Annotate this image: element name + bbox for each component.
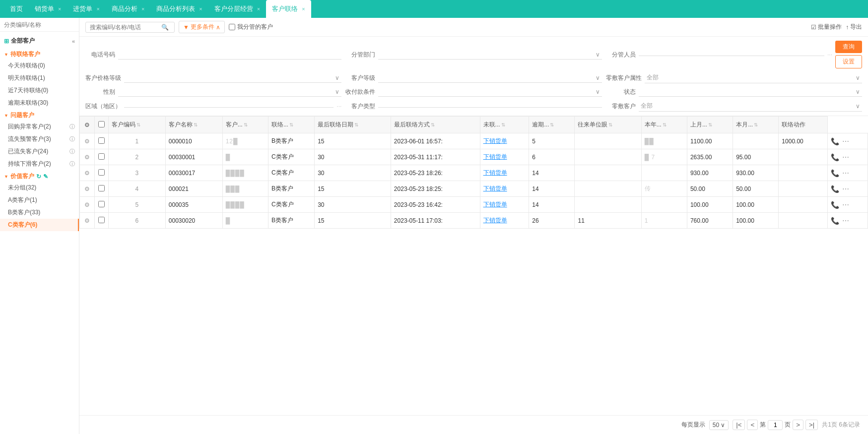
- row-checkbox-0[interactable]: [98, 137, 105, 144]
- retail-select[interactable]: 全部 ∨: [639, 101, 862, 112]
- last-method-link-4[interactable]: 下销货单: [483, 201, 507, 208]
- batch-op-btn[interactable]: ☑ 批量操作: [811, 23, 842, 31]
- payment-select[interactable]: ∨: [378, 87, 601, 97]
- contact-action-more-2[interactable]: ⋯: [842, 169, 849, 177]
- contact-action-phone-1[interactable]: 📞: [831, 153, 839, 161]
- dept-select[interactable]: ∨: [378, 50, 601, 60]
- region-select[interactable]: [124, 105, 334, 108]
- td-checkbox-1[interactable]: [95, 149, 109, 165]
- retail-attr-select[interactable]: 全部 ∨: [645, 72, 862, 83]
- sidebar-item-class-a[interactable]: A类客户(1): [0, 194, 79, 206]
- sort-unit-icon[interactable]: ⇅: [608, 122, 612, 127]
- sort-type-icon[interactable]: ⇅: [244, 122, 248, 127]
- sort-year-icon[interactable]: ⇅: [663, 122, 667, 127]
- close-product-analysis-icon[interactable]: ×: [141, 0, 144, 18]
- last-method-link-3[interactable]: 下销货单: [483, 185, 507, 192]
- sort-last-method-icon[interactable]: ⇅: [431, 122, 435, 127]
- section-title-pending[interactable]: 待联络客户: [0, 48, 79, 60]
- last-method-link-5[interactable]: 下销货单: [483, 217, 507, 224]
- td-last-method-3[interactable]: 下销货单: [480, 181, 529, 197]
- sidebar-item-today[interactable]: 今天待联络(0): [0, 60, 79, 72]
- nav-home[interactable]: 首页: [4, 0, 29, 18]
- select-all-checkbox[interactable]: [98, 121, 105, 127]
- sidebar-item-churned[interactable]: 已流失客户(24) ⓘ: [0, 145, 79, 158]
- contact-action-phone-3[interactable]: 📞: [831, 185, 839, 193]
- refresh-icon[interactable]: ↻: [36, 173, 41, 180]
- td-last-method-4[interactable]: 下销货单: [480, 197, 529, 213]
- filter-search-input[interactable]: [90, 24, 159, 31]
- contact-action-more-4[interactable]: ⋯: [842, 201, 849, 209]
- sidebar-item-7days[interactable]: 近7天待联络(0): [0, 84, 79, 97]
- sidebar-item-repurchase-abnormal[interactable]: 回购异常客户(2) ⓘ: [0, 121, 79, 133]
- sidebar-item-class-c[interactable]: C类客户(6): [0, 219, 79, 231]
- last-page-btn[interactable]: >|: [805, 420, 818, 430]
- close-purchase-order-icon[interactable]: ×: [96, 0, 99, 18]
- next-page-btn[interactable]: >: [793, 420, 803, 430]
- filter-search-icon[interactable]: 🔍: [161, 24, 169, 31]
- nav-product-analysis-list[interactable]: 商品分析列表 ×: [150, 0, 208, 18]
- prev-page-btn[interactable]: <: [747, 420, 758, 430]
- set-btn[interactable]: 设置: [835, 55, 862, 68]
- td-checkbox-5[interactable]: [95, 213, 109, 229]
- page-input[interactable]: [768, 420, 783, 430]
- edit-icon[interactable]: ✎: [43, 173, 48, 180]
- sort-this-month-icon[interactable]: ⇅: [754, 122, 758, 127]
- sort-overdue-icon[interactable]: ⇅: [550, 122, 554, 127]
- td-checkbox-2[interactable]: [95, 165, 109, 181]
- td-last-method-1[interactable]: 下销货单: [480, 149, 529, 165]
- export-btn[interactable]: ↑ 导出: [846, 23, 862, 31]
- my-customers-checkbox-label[interactable]: 我分管的客户: [229, 23, 273, 31]
- contact-action-more-0[interactable]: ⋯: [842, 137, 849, 145]
- sidebar-item-tomorrow[interactable]: 明天待联络(1): [0, 72, 79, 84]
- filter-more-btn[interactable]: ▼ 更多条件 ∧: [179, 21, 225, 33]
- gender-select[interactable]: ∨: [118, 87, 341, 97]
- contact-action-phone-0[interactable]: 📞: [831, 137, 839, 145]
- row-checkbox-1[interactable]: [98, 153, 105, 160]
- type-select[interactable]: [378, 105, 601, 108]
- nav-customer-segment[interactable]: 客户分层经营 ×: [208, 0, 266, 18]
- td-last-method-0[interactable]: 下销货单: [480, 133, 529, 149]
- last-method-link-0[interactable]: 下销货单: [483, 137, 507, 144]
- contact-action-phone-4[interactable]: 📞: [831, 201, 839, 209]
- first-page-btn[interactable]: |<: [733, 420, 745, 430]
- contact-action-more-1[interactable]: ⋯: [842, 153, 849, 161]
- section-title-problem[interactable]: 问题客户: [0, 109, 79, 121]
- td-checkbox-0[interactable]: [95, 133, 109, 149]
- sort-name-icon[interactable]: ⇅: [194, 122, 198, 127]
- contact-action-phone-2[interactable]: 📞: [831, 169, 839, 177]
- price-grade-select[interactable]: ∨: [124, 73, 341, 83]
- region-dotdot[interactable]: ···: [336, 103, 341, 110]
- td-checkbox-3[interactable]: [95, 181, 109, 197]
- th-settings[interactable]: ⚙: [80, 117, 95, 133]
- sort-contact-days-icon[interactable]: ⇅: [289, 122, 293, 127]
- sidebar-item-class-b[interactable]: B类客户(33): [0, 206, 79, 219]
- nav-customer-contact[interactable]: 客户联络 ×: [266, 0, 311, 18]
- sidebar-item-unclassified[interactable]: 未分组(32): [0, 182, 79, 194]
- my-customers-checkbox[interactable]: [229, 24, 235, 30]
- close-customer-contact-icon[interactable]: ×: [302, 0, 305, 18]
- last-method-link-1[interactable]: 下销货单: [483, 153, 507, 160]
- row-checkbox-3[interactable]: [98, 185, 105, 191]
- row-checkbox-4[interactable]: [98, 201, 105, 207]
- close-product-analysis-list-icon[interactable]: ×: [199, 0, 202, 18]
- query-btn[interactable]: 查询: [835, 41, 862, 53]
- sidebar-all-customers[interactable]: ⊞ 全部客户 «: [0, 34, 79, 48]
- sort-no-contact-icon[interactable]: ⇅: [501, 122, 505, 127]
- close-customer-segment-icon[interactable]: ×: [257, 0, 260, 18]
- sort-last-date-icon[interactable]: ⇅: [354, 122, 358, 127]
- sort-code-icon[interactable]: ⇅: [136, 122, 140, 127]
- person-select[interactable]: [639, 54, 824, 56]
- last-method-link-2[interactable]: 下销货单: [483, 169, 507, 176]
- phone-input[interactable]: [118, 50, 341, 60]
- nav-product-analysis[interactable]: 商品分析 ×: [106, 0, 150, 18]
- sidebar-item-churn-warn[interactable]: 流失预警客户(3) ⓘ: [0, 133, 79, 145]
- sort-last-month-icon[interactable]: ⇅: [708, 122, 712, 127]
- person-dotdot[interactable]: ···: [827, 51, 832, 58]
- td-last-method-2[interactable]: 下销货单: [480, 165, 529, 181]
- grade-select[interactable]: ∨: [378, 73, 601, 83]
- row-checkbox-2[interactable]: [98, 169, 105, 176]
- section-title-value[interactable]: 价值客户 ↻ ✎: [0, 170, 79, 182]
- td-last-method-5[interactable]: 下销货单: [480, 213, 529, 229]
- td-checkbox-4[interactable]: [95, 197, 109, 213]
- close-sales-order-icon[interactable]: ×: [58, 0, 61, 18]
